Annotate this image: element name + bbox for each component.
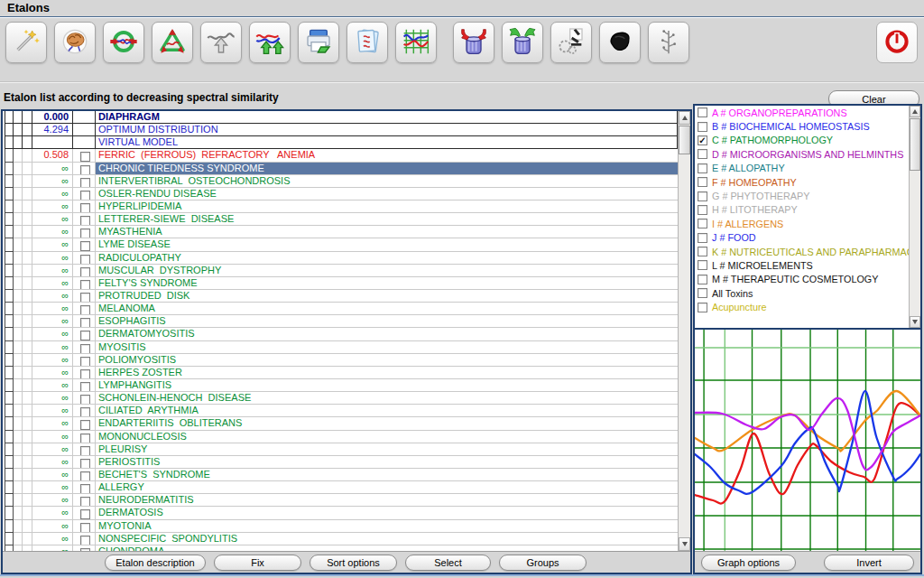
etalon-row[interactable]: 0.000DIAPHRAGM	[5, 111, 678, 124]
row-checkbox[interactable]	[80, 280, 90, 290]
category-item[interactable]: B # BIOCHEMICAL HOMEOSTASIS	[695, 119, 920, 133]
category-checkbox[interactable]	[698, 177, 707, 187]
etalon-row[interactable]: ∞HYPERLIPIDEMIA	[5, 200, 678, 213]
row-checkbox[interactable]	[80, 484, 90, 494]
etalon-row[interactable]: ∞DERMATOSIS	[5, 507, 678, 519]
row-checkbox[interactable]	[80, 191, 90, 200]
category-item[interactable]: All Toxins	[695, 286, 920, 300]
etalon-row[interactable]: ∞DERMATOMYOSITIS	[5, 328, 678, 340]
row-checkbox[interactable]	[80, 152, 90, 162]
scrollbar-thumb[interactable]	[910, 118, 920, 171]
etalon-row[interactable]: ∞NONSPECIFIC SPONDYLITIS	[5, 533, 678, 545]
row-checkbox[interactable]	[80, 203, 90, 213]
row-checkbox[interactable]	[80, 267, 90, 277]
etalon-list-scrollbar[interactable]	[678, 111, 690, 551]
etalon-row[interactable]: ∞MUSCULAR DYSTROPHY	[5, 265, 678, 277]
category-item[interactable]: A # ORGANOPREPARATIONS	[695, 106, 920, 119]
category-checkbox[interactable]	[698, 122, 707, 132]
exit-button[interactable]	[876, 22, 918, 63]
category-item[interactable]: K # NUTRICEUTICALS AND PARAPHARMACEUTICA…	[695, 245, 920, 258]
compare-rings-button[interactable]	[103, 22, 144, 63]
etalon-row[interactable]: ∞FELTY'S SYNDROME	[5, 277, 678, 290]
sort-options-button[interactable]: Sort options	[310, 555, 397, 571]
etalon-row[interactable]: ∞PERIOSTITIS	[5, 456, 678, 469]
row-checkbox[interactable]	[80, 434, 90, 443]
row-checkbox[interactable]	[80, 382, 90, 392]
take-from-container-button[interactable]	[502, 22, 543, 63]
row-checkbox[interactable]	[80, 293, 90, 303]
category-checkbox[interactable]	[698, 247, 707, 256]
etalon-row[interactable]: 4.294OPTIMUM DISTRIBUTION	[5, 124, 678, 136]
category-checkbox[interactable]	[698, 275, 707, 284]
category-checkbox[interactable]: ✓	[698, 135, 707, 145]
etalon-row[interactable]: ∞ALLERGY	[5, 481, 678, 494]
row-checkbox[interactable]	[80, 216, 90, 226]
row-checkbox[interactable]	[80, 497, 90, 507]
row-checkbox[interactable]	[80, 255, 90, 265]
row-checkbox[interactable]	[80, 178, 90, 188]
category-checkbox[interactable]	[698, 149, 707, 159]
vegeto-test-button[interactable]	[152, 22, 193, 63]
row-checkbox[interactable]	[80, 523, 90, 533]
category-item[interactable]: E # ALLOPATHY	[695, 162, 920, 175]
scroll-up-button[interactable]	[679, 111, 690, 125]
etalon-row[interactable]: ∞CHRONIC TIREDNESS SYNDROME	[5, 163, 678, 175]
row-checkbox[interactable]	[80, 471, 90, 481]
row-checkbox[interactable]	[80, 241, 90, 251]
etalon-row[interactable]: ∞NEURODERMATITIS	[5, 494, 678, 507]
etalon-description-button[interactable]: Etalon description	[105, 555, 206, 571]
etalon-row[interactable]: ∞CILIATED ARYTHMIA	[5, 405, 678, 417]
etalon-row[interactable]: ∞BECHET'S SYNDROME	[5, 469, 678, 481]
category-item[interactable]: G # PHYTOTHERAPY	[695, 189, 920, 202]
category-checkbox[interactable]	[698, 303, 707, 312]
category-checkbox[interactable]	[698, 191, 707, 201]
etalon-row[interactable]: ∞LYMPHANGITIS	[5, 379, 678, 392]
row-checkbox[interactable]	[80, 318, 90, 328]
graph-options-button[interactable]: Graph options	[701, 555, 796, 571]
row-checkbox[interactable]	[80, 509, 90, 519]
groups-button[interactable]: Groups	[499, 555, 587, 571]
row-checkbox[interactable]	[80, 344, 90, 354]
etalon-row[interactable]: ∞MYASTHENIA	[5, 226, 678, 238]
category-item[interactable]: F # HOMEOPATHY	[695, 175, 920, 189]
etalon-row[interactable]: ∞SCHONLEIN-HENOCH DISEASE	[5, 392, 678, 405]
etalon-graphs-compare-button[interactable]	[249, 22, 291, 63]
category-item[interactable]: M # THERAPEUTIC COSMETOLOGY	[695, 273, 920, 286]
row-checkbox[interactable]	[80, 407, 90, 417]
etalon-row[interactable]: ∞ESOPHAGITIS	[5, 315, 678, 328]
row-checkbox[interactable]	[80, 536, 90, 545]
category-item[interactable]: ✓C # PATHOMORPHOLOGY	[695, 134, 920, 147]
etalon-row[interactable]: ∞ENDARTERIITIS OBLITERANS	[5, 417, 678, 430]
scrollbar-thumb[interactable]	[679, 126, 690, 154]
etalon-row[interactable]: ∞MYOSITIS	[5, 341, 678, 354]
row-checkbox[interactable]	[80, 228, 90, 238]
row-checkbox[interactable]	[80, 331, 90, 340]
phyto-analysis-button[interactable]	[648, 22, 689, 63]
category-checkbox[interactable]	[698, 107, 707, 117]
etalon-row[interactable]: ∞RADICULOPATHY	[5, 252, 678, 265]
etalon-row[interactable]: ∞MONONUCLEOSIS	[5, 431, 678, 443]
category-item[interactable]: Acupuncture	[695, 300, 920, 313]
invert-button[interactable]: Invert	[824, 555, 914, 571]
row-checkbox[interactable]	[80, 446, 90, 456]
category-item[interactable]: D # MICROORGANISMS AND HELMINTHS	[695, 147, 920, 161]
scroll-up-button[interactable]	[910, 106, 920, 117]
category-checkbox[interactable]	[698, 205, 707, 215]
magic-wand-button[interactable]	[5, 22, 47, 63]
etalon-row[interactable]: 0.508FERRIC (FERROUS) REFRACTORY ANEMIA	[5, 149, 678, 162]
category-item[interactable]: L # MICROELEMENTS	[695, 258, 920, 272]
category-item[interactable]: J # FOOD	[695, 231, 920, 245]
row-checkbox[interactable]	[80, 357, 90, 367]
micro-analysis-button[interactable]	[550, 22, 592, 63]
category-list-scrollbar[interactable]	[909, 106, 920, 328]
etalon-row[interactable]: ∞INTERVERTIBRAL OSTEOCHONDROSIS	[5, 175, 678, 188]
category-checkbox[interactable]	[698, 260, 707, 270]
row-checkbox[interactable]	[80, 369, 90, 379]
litho-analysis-button[interactable]	[599, 22, 641, 63]
category-checkbox[interactable]	[698, 233, 707, 243]
etalon-row[interactable]: ∞LYME DISEASE	[5, 238, 678, 251]
meta-etalon-grid-graph-button[interactable]	[395, 22, 437, 63]
etalon-row[interactable]: ∞MELANOMA	[5, 303, 678, 315]
fix-button[interactable]: Fix	[214, 555, 301, 571]
etalon-row[interactable]: ∞HERPES ZOSTER	[5, 367, 678, 379]
